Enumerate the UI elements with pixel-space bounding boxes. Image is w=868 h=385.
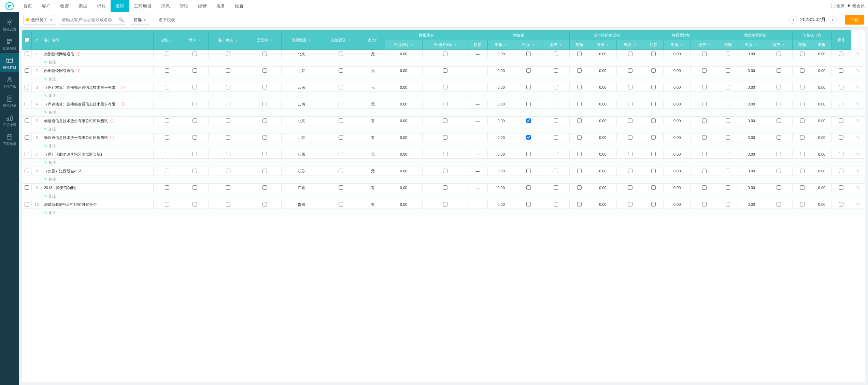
- select-all-checkbox[interactable]: [25, 38, 29, 42]
- row-city-declare[interactable]: [616, 133, 644, 142]
- row-confirm[interactable]: [208, 50, 248, 58]
- wanshui-checkbox[interactable]: [262, 135, 267, 140]
- confirm-checkbox[interactable]: [226, 68, 230, 73]
- edu-pay-cb[interactable]: [726, 102, 730, 106]
- header-city-declare[interactable]: 申报 ▼: [589, 40, 616, 50]
- note-cell[interactable]: ✎ 备注：: [42, 125, 865, 133]
- row-vat-declare2[interactable]: [542, 67, 569, 75]
- row-confirm[interactable]: [208, 83, 248, 92]
- row-checkbox-cell[interactable]: [22, 50, 32, 58]
- row-vat-declare[interactable]: [515, 117, 542, 125]
- row-local-edu-declare[interactable]: [765, 184, 792, 192]
- edu-pay-cb[interactable]: [726, 152, 730, 156]
- row-caibao-year[interactable]: [423, 100, 468, 109]
- header-device[interactable]: 税控设备 ▼: [321, 31, 361, 50]
- stamp-declare-cb[interactable]: [839, 102, 843, 106]
- row-wanshui[interactable]: [248, 67, 281, 75]
- row-vat-declare[interactable]: [515, 100, 542, 109]
- wanshui-checkbox[interactable]: [262, 185, 267, 190]
- row-checkbox[interactable]: [25, 185, 29, 190]
- row-vat-declare2[interactable]: [542, 83, 569, 92]
- device-checkbox[interactable]: [339, 68, 343, 73]
- edu-declare-cb[interactable]: [702, 185, 707, 190]
- vat-declare2-cb[interactable]: [554, 52, 558, 56]
- row-checkbox-cell[interactable]: [22, 133, 32, 142]
- local-edu-declare-cb[interactable]: [777, 52, 781, 56]
- huaka-checkbox[interactable]: [193, 185, 197, 190]
- row-checkbox-cell[interactable]: [22, 117, 32, 125]
- city-declare-cb[interactable]: [628, 185, 632, 190]
- edit-icon[interactable]: ✎: [856, 168, 860, 174]
- local-edu-pay-cb[interactable]: [800, 152, 805, 156]
- row-local-edu-declare[interactable]: [765, 83, 792, 92]
- row-local-edu-pay[interactable]: [793, 200, 812, 209]
- row-edu-pay[interactable]: [718, 167, 738, 175]
- row-device[interactable]: [321, 167, 361, 175]
- row-vat-declare2[interactable]: [542, 150, 569, 159]
- huaka-checkbox[interactable]: [193, 135, 197, 140]
- city-declare-cb[interactable]: [628, 202, 632, 206]
- nav-operation[interactable]: 经营: [193, 0, 212, 12]
- row-operate[interactable]: ✎: [851, 184, 865, 192]
- header-checkbox[interactable]: [22, 31, 32, 50]
- city-pay-cb[interactable]: [651, 68, 656, 73]
- device-checkbox[interactable]: [339, 85, 343, 89]
- row-huaka[interactable]: [181, 133, 208, 142]
- row-checkbox[interactable]: [25, 118, 29, 123]
- row-checkbox[interactable]: [25, 85, 29, 89]
- header-edu-pay[interactable]: 缴费 ▼: [691, 40, 718, 50]
- chaoshui-checkbox[interactable]: [165, 202, 169, 206]
- chaoshui-checkbox[interactable]: [165, 118, 169, 123]
- row-edu-declare[interactable]: [691, 67, 718, 75]
- local-edu-declare-cb[interactable]: [777, 185, 781, 190]
- header-wanshui[interactable]: 已完税 ▼: [248, 31, 281, 50]
- local-edu-pay-cb[interactable]: [800, 52, 805, 56]
- huaka-checkbox[interactable]: [193, 202, 197, 206]
- caibao-year-cb[interactable]: [443, 118, 447, 123]
- row-checkbox[interactable]: [25, 52, 29, 56]
- row-wanshui[interactable]: [248, 167, 281, 175]
- nav-invoice[interactable]: 票据: [74, 0, 92, 12]
- row-confirm[interactable]: [208, 100, 248, 109]
- confirm-checkbox[interactable]: [226, 85, 230, 89]
- local-edu-pay-cb[interactable]: [800, 85, 805, 89]
- stamp-declare-cb[interactable]: [839, 68, 843, 73]
- row-city-pay[interactable]: [644, 133, 663, 142]
- city-pay-cb[interactable]: [651, 169, 656, 173]
- wanshui-checkbox[interactable]: [262, 152, 267, 156]
- vat-declare-cb[interactable]: [526, 52, 531, 56]
- header-name[interactable]: 客户名称: [42, 31, 154, 50]
- wanshui-checkbox[interactable]: [262, 169, 267, 173]
- row-local-edu-pay[interactable]: [793, 67, 812, 75]
- device-checkbox[interactable]: [339, 152, 343, 156]
- row-vat-pay[interactable]: [570, 100, 589, 109]
- row-operate[interactable]: ✎: [851, 150, 865, 159]
- row-huaka[interactable]: [181, 150, 208, 159]
- row-local-edu-pay[interactable]: [793, 150, 812, 159]
- city-declare-cb[interactable]: [628, 118, 632, 123]
- row-device[interactable]: [321, 184, 361, 192]
- edu-declare-cb[interactable]: [702, 152, 707, 156]
- chaoshui-checkbox[interactable]: [165, 68, 169, 73]
- local-edu-pay-cb[interactable]: [800, 202, 805, 206]
- edu-declare-cb[interactable]: [702, 169, 707, 173]
- chaoshui-checkbox[interactable]: [165, 152, 169, 156]
- row-checkbox[interactable]: [25, 102, 29, 106]
- chaoshui-checkbox[interactable]: [165, 85, 169, 89]
- row-edu-pay[interactable]: [718, 200, 738, 209]
- huaka-checkbox[interactable]: [193, 85, 197, 89]
- row-vat-declare2[interactable]: [542, 133, 569, 142]
- edu-pay-cb[interactable]: [726, 202, 730, 206]
- row-vat-declare2[interactable]: [542, 184, 569, 192]
- stamp-declare-cb[interactable]: [839, 202, 843, 206]
- row-operate[interactable]: ✎: [851, 200, 865, 209]
- row-wanshui[interactable]: [248, 133, 281, 142]
- caibao-year-cb[interactable]: [443, 68, 447, 73]
- row-city-declare[interactable]: [616, 50, 644, 58]
- header-caibao-year[interactable]: 申报(年) ▼: [385, 40, 422, 50]
- row-city-pay[interactable]: [644, 150, 663, 159]
- vat-declare2-cb[interactable]: [554, 102, 558, 106]
- note-cell[interactable]: ✎ 备注：: [42, 159, 865, 167]
- note-cell[interactable]: ✎ 备注：: [42, 192, 865, 200]
- row-confirm[interactable]: [208, 67, 248, 75]
